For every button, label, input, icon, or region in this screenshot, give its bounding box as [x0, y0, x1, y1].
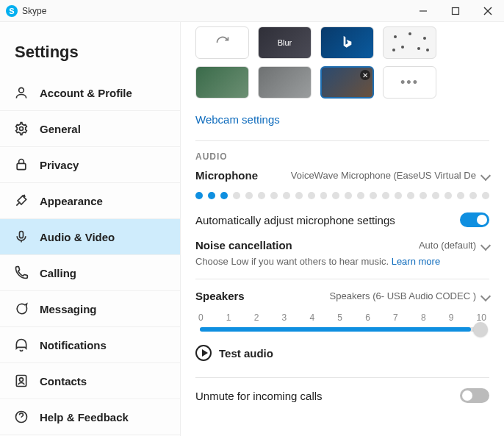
sidebar-item-help[interactable]: Help & Feedback — [0, 399, 180, 435]
audio-video-icon — [13, 229, 29, 245]
speakers-device-select[interactable]: Speakers (6- USB Audio CODEC ) — [330, 290, 489, 301]
mic-level-dot — [233, 192, 240, 199]
sidebar-item-account[interactable]: Account & Profile — [0, 75, 180, 111]
maximize-button[interactable] — [439, 0, 472, 22]
svg-rect-1 — [453, 7, 459, 14]
mic-level-dot — [208, 192, 215, 199]
tick-label: 4 — [309, 312, 314, 323]
titlebar: S Skype — [0, 0, 504, 22]
mic-level-dot — [382, 192, 389, 199]
contacts-icon — [13, 373, 29, 389]
mic-level-dot — [283, 192, 290, 199]
sidebar-item-label: Contacts — [40, 375, 87, 387]
test-audio-label: Test audio — [219, 347, 273, 360]
background-refresh[interactable] — [195, 26, 249, 59]
mic-level-dot — [295, 192, 303, 199]
sidebar-item-contacts[interactable]: Contacts — [0, 363, 180, 399]
slider-thumb[interactable] — [473, 322, 488, 337]
more-label: ••• — [400, 75, 419, 90]
mic-level-dot — [444, 192, 452, 199]
microphone-device-value: VoiceWave Microphone (EaseUS Virtual De — [291, 170, 476, 181]
sidebar-item-audio-video[interactable]: Audio & Video — [0, 219, 180, 255]
mic-level-dot — [345, 192, 352, 199]
slider-fill — [200, 327, 471, 332]
minimize-button[interactable] — [407, 0, 439, 22]
test-audio-button[interactable]: Test audio — [195, 345, 489, 361]
sidebar-item-general[interactable]: General — [0, 111, 180, 147]
svg-point-5 — [20, 127, 24, 131]
mic-level-dot — [195, 192, 203, 199]
speakers-volume-slider[interactable] — [200, 327, 485, 332]
settings-heading: Settings — [0, 22, 180, 75]
auto-adjust-label: Automatically adjust microphone settings — [195, 214, 395, 226]
tick-label: 0 — [198, 312, 204, 323]
svg-rect-6 — [17, 163, 26, 169]
tick-label: 10 — [477, 312, 486, 323]
mic-level-dot — [432, 192, 439, 199]
settings-sidebar: Settings Account & Profile General Priva… — [0, 22, 181, 436]
sidebar-item-notifications[interactable]: Notifications — [0, 327, 180, 363]
sidebar-item-calling[interactable]: Calling — [0, 255, 180, 291]
sidebar-item-label: Calling — [40, 267, 76, 279]
svg-point-16 — [392, 49, 395, 51]
auto-adjust-toggle[interactable] — [460, 212, 489, 227]
svg-rect-7 — [20, 232, 24, 238]
mic-level-dot — [308, 192, 315, 199]
auto-adjust-row: Automatically adjust microphone settings — [195, 212, 489, 227]
noise-cancel-hint: Choose Low if you want others to hear mu… — [195, 256, 489, 267]
sidebar-item-messaging[interactable]: Messaging — [0, 291, 180, 327]
noise-cancel-select[interactable]: Auto (default) — [419, 240, 489, 251]
thumb-label: Blur — [278, 38, 292, 47]
mic-level-dot — [482, 192, 489, 199]
remove-background-icon[interactable]: ✕ — [360, 70, 370, 80]
microphone-level-meter — [195, 192, 489, 199]
noise-cancel-row: Noise cancellation Auto (default) — [195, 239, 489, 251]
mic-level-dot — [370, 192, 377, 199]
general-icon — [13, 121, 29, 137]
speakers-label: Speakers — [195, 290, 245, 302]
sidebar-item-privacy[interactable]: Privacy — [0, 147, 180, 183]
tick-label: 8 — [421, 312, 426, 323]
background-blur[interactable]: Blur — [258, 26, 312, 59]
microphone-device-select[interactable]: VoiceWave Microphone (EaseUS Virtual De — [291, 170, 489, 181]
speakers-volume-ticks: 012345678910 — [198, 312, 486, 323]
account-icon — [13, 85, 29, 101]
background-bing[interactable] — [320, 26, 374, 59]
svg-point-17 — [426, 49, 429, 51]
sidebar-item-label: Privacy — [40, 159, 79, 171]
sidebar-item-label: Appearance — [40, 195, 103, 207]
svg-point-11 — [394, 35, 397, 38]
sidebar-item-label: Messaging — [40, 303, 97, 315]
background-custom-person[interactable]: ✕ — [320, 66, 374, 99]
microphone-label: Microphone — [195, 169, 258, 182]
appearance-icon — [13, 193, 29, 209]
mic-level-dot — [245, 192, 253, 199]
background-more[interactable]: ••• — [383, 66, 436, 99]
mic-level-dot — [258, 192, 265, 199]
mic-level-dot — [332, 192, 339, 199]
unmute-toggle[interactable] — [460, 388, 489, 403]
chevron-down-icon — [480, 290, 491, 301]
tick-label: 5 — [337, 312, 342, 323]
sidebar-item-appearance[interactable]: Appearance — [0, 183, 180, 219]
background-confetti[interactable] — [383, 26, 436, 59]
tick-label: 9 — [449, 312, 454, 323]
webcam-settings-link[interactable]: Webcam settings — [195, 113, 280, 126]
background-room-green[interactable] — [195, 66, 249, 99]
background-row-2: ✕ ••• — [195, 66, 489, 99]
mic-level-dot — [469, 192, 477, 199]
mic-level-dot — [220, 192, 228, 199]
tick-label: 1 — [226, 312, 231, 323]
background-room-grey[interactable] — [258, 66, 312, 99]
tick-label: 6 — [365, 312, 370, 323]
sidebar-item-label: Audio & Video — [40, 231, 115, 243]
mic-level-dot — [420, 192, 427, 199]
noise-hint-text: Choose Low if you want others to hear mu… — [195, 256, 389, 267]
close-button[interactable] — [472, 0, 504, 22]
calling-icon — [13, 265, 29, 281]
microphone-row: Microphone VoiceWave Microphone (EaseUS … — [195, 169, 489, 182]
learn-more-link[interactable]: Learn more — [392, 256, 440, 267]
svg-point-12 — [408, 32, 411, 35]
mic-level-dot — [457, 192, 464, 199]
settings-main: Blur ✕ ••• Webcam settings AUDIO Microph… — [181, 22, 504, 436]
